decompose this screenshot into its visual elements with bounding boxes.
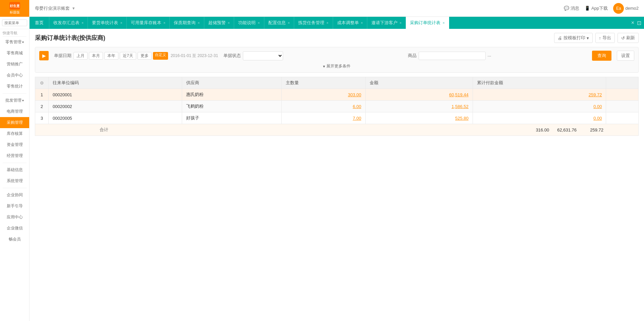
footer-label: 合计 — [39, 127, 526, 133]
status-select[interactable] — [243, 51, 283, 60]
sidebar-search-input[interactable] — [2, 19, 27, 26]
sidebar-item-app-center[interactable]: 应用中心 — [0, 212, 29, 223]
tab-close-config-info[interactable]: × — [288, 21, 290, 25]
sidebar-item-purchase[interactable]: 采购管理 — [0, 117, 29, 128]
sidebar-item-basic[interactable]: 基础信息 — [0, 164, 29, 175]
tab-close-order-summary[interactable]: × — [120, 21, 122, 25]
user-profile-button[interactable]: Ea demo2 — [613, 3, 639, 14]
logo: 好生意 标题版 — [0, 0, 29, 17]
sidebar-item-retail-stats[interactable]: 零售统计 — [0, 81, 29, 92]
main-area: 母婴行业演示账套 ▾ 💬 消息 📱 App下载 Ea demo2 首页 收发存汇… — [30, 0, 644, 321]
settings-icon[interactable]: ⚙ — [40, 81, 44, 86]
expand-more-conditions-button[interactable]: ▾ 展开更多条件 — [323, 63, 351, 69]
tab-close-cost-adjust[interactable]: × — [361, 21, 363, 25]
export-button[interactable]: ↑ 导出 — [595, 33, 615, 43]
tabbar-expand-button[interactable]: ⊡ — [637, 20, 641, 26]
sidebar-item-newbie[interactable]: 新手引导 — [0, 201, 29, 212]
sidebar-item-operation[interactable]: 经营管理 — [0, 150, 29, 161]
row-amount-2[interactable]: 1,586.52 — [365, 101, 473, 112]
row-amount-3[interactable]: 525.80 — [365, 112, 473, 124]
sidebar-item-vip[interactable]: 畅会员 — [0, 234, 29, 245]
settings-button[interactable]: 设置 — [617, 51, 634, 61]
table-row[interactable]: 2 00020002 飞鹤奶粉 6.00 1,586.52 0.00 — [35, 101, 639, 112]
app-download-label: App下载 — [591, 5, 608, 11]
tab-stock-account[interactable]: 可用量库存账本 × — [127, 17, 170, 29]
chevron-down-icon-print: ▾ — [587, 36, 589, 41]
app-download-button[interactable]: 📱 App下载 — [585, 5, 608, 11]
tab-close-purchase-summary[interactable]: × — [442, 21, 444, 25]
query-button[interactable]: 查询 — [592, 51, 611, 61]
tab-close-stock-account[interactable]: × — [163, 21, 165, 25]
product-more-button[interactable]: ··· — [488, 53, 491, 58]
workspace-selector[interactable]: 母婴行业演示账套 ▾ — [35, 5, 75, 11]
tab-expiry-query[interactable]: 保质期查询 × — [170, 17, 204, 29]
filter-btn-last-month[interactable]: 上月 — [73, 52, 88, 60]
table-row[interactable]: 1 00020001 惠氏奶粉 303.00 60,519.44 259.72 — [35, 89, 639, 101]
product-filter-label: 商品 — [408, 53, 417, 59]
filter-btn-this-month[interactable]: 本月 — [89, 52, 103, 60]
svg-text:好生意: 好生意 — [10, 4, 19, 8]
tab-invite-downstream[interactable]: 邀请下游客户 × — [367, 17, 406, 29]
tab-close-receive-summary[interactable]: × — [82, 21, 84, 25]
sidebar-item-inventory[interactable]: 库存核算 — [0, 128, 29, 139]
tab-over-stock-warning[interactable]: 超储预警 × — [204, 17, 234, 29]
message-button[interactable]: 💬 消息 — [564, 5, 579, 11]
row-quantity-1[interactable]: 303.00 — [281, 89, 365, 101]
refresh-button[interactable]: ↺ 刷新 — [618, 33, 639, 43]
sidebar-item-finance[interactable]: 资金管理 — [0, 139, 29, 150]
sidebar-item-member[interactable]: 会员中心 — [0, 70, 29, 81]
row-index-3: 3 — [35, 112, 49, 124]
tab-close-function-desc[interactable]: × — [258, 21, 260, 25]
page-title: 采购订单统计表(按供应商) — [35, 34, 105, 42]
sidebar-item-ecommerce[interactable]: 电商管理 — [0, 106, 29, 117]
filter-toggle-button[interactable]: ▶ — [39, 51, 49, 60]
filter-btn-last-7-days[interactable]: 近7天 — [120, 52, 136, 60]
row-paid-3[interactable]: 0.00 — [473, 112, 606, 124]
filter-btn-this-year[interactable]: 本年 — [104, 52, 118, 60]
filter-btn-more-date[interactable]: 更多 — [138, 52, 152, 60]
sidebar-search-area — [0, 17, 29, 29]
tab-function-desc[interactable]: 功能说明 × — [234, 17, 264, 29]
row-quantity-2[interactable]: 6.00 — [281, 101, 365, 112]
table-header-settings[interactable]: ⚙ — [35, 77, 49, 89]
tab-close-expiry-query[interactable]: × — [198, 21, 200, 25]
topbar: 母婴行业演示账套 ▾ 💬 消息 📱 App下载 Ea demo2 — [30, 0, 644, 17]
row-paid-2[interactable]: 0.00 — [473, 101, 606, 112]
sidebar-item-enterprise[interactable]: 企业协同 — [0, 190, 29, 201]
table-header-quantity: 主数量 — [281, 77, 365, 89]
sidebar-nav-label: 快捷导航 — [0, 29, 29, 36]
table-row[interactable]: 3 00020005 好孩子 7.00 525.80 0.00 — [35, 112, 639, 124]
sidebar-item-marketing[interactable]: 营销推广 — [0, 59, 29, 70]
tab-picking-task[interactable]: 拣货任务管理 × — [294, 17, 333, 29]
topbar-right: 💬 消息 📱 App下载 Ea demo2 — [564, 3, 639, 14]
row-amount-1[interactable]: 60,519.44 — [365, 89, 473, 101]
user-name: demo2 — [625, 6, 639, 11]
chevron-down-icon: ▾ — [22, 40, 24, 44]
sidebar-item-retail[interactable]: 零售管理 ▾ — [0, 37, 29, 48]
footer-values: 316.00 62,631.76 259.72 — [526, 127, 634, 132]
row-paid-1[interactable]: 259.72 — [473, 89, 606, 101]
sidebar-item-retail-shop[interactable]: 零售商城 — [0, 48, 29, 59]
tab-close-picking-task[interactable]: × — [326, 21, 328, 25]
avatar: Ea — [613, 3, 624, 14]
refresh-icon: ↺ — [621, 36, 625, 41]
tab-close-over-stock-warning[interactable]: × — [228, 21, 230, 25]
sidebar-item-wholesale[interactable]: 批发管理 ▾ — [0, 95, 29, 106]
tab-close-invite-downstream[interactable]: × — [399, 21, 401, 25]
row-quantity-3[interactable]: 7.00 — [281, 112, 365, 124]
tab-cost-adjust[interactable]: 成本调整单 × — [333, 17, 367, 29]
tab-purchase-summary[interactable]: 采购订单统计表 × — [406, 17, 449, 29]
product-filter-input[interactable] — [419, 52, 486, 60]
tabbar-close-button[interactable]: × — [631, 20, 634, 26]
tab-receive-summary[interactable]: 收发存汇总表 × — [49, 17, 88, 29]
tab-config-info[interactable]: 配置信息 × — [264, 17, 294, 29]
footer-amount: 62,631.76 — [553, 127, 581, 132]
sidebar-item-enterprise-wechat[interactable]: 企业微信 — [0, 223, 29, 234]
tab-order-summary[interactable]: 要货单统计表 × — [88, 17, 126, 29]
tabbar: 首页 收发存汇总表 × 要货单统计表 × 可用量库存账本 × 保质期查询 × 超… — [30, 17, 644, 29]
row-extra-1 — [606, 89, 639, 101]
tab-home[interactable]: 首页 — [30, 17, 49, 29]
template-print-button[interactable]: 🖨 按模板打印 ▾ — [554, 33, 593, 43]
table-footer: 合计 316.00 62,631.76 259.72 — [35, 124, 639, 136]
sidebar-item-system[interactable]: 系统管理 — [0, 175, 29, 186]
